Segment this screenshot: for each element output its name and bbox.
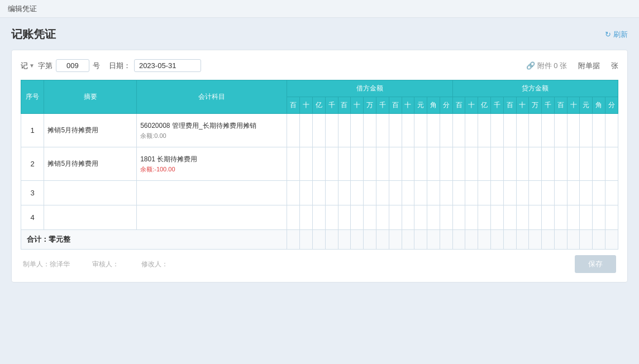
debit-cell-r1-c12[interactable] [440, 114, 452, 147]
credit-cell-r4-c3[interactable] [490, 205, 503, 230]
debit-cell-r3-c0[interactable] [287, 181, 300, 205]
credit-cell-r3-c7[interactable] [542, 181, 555, 205]
credit-cell-r1-c8[interactable] [554, 114, 567, 147]
credit-cell-r2-c10[interactable] [580, 147, 593, 181]
row-summary-1[interactable]: 摊销5月待摊费用 [44, 114, 137, 147]
debit-cell-r1-c1[interactable] [300, 114, 313, 147]
credit-cell-r2-c7[interactable] [542, 147, 555, 181]
credit-cell-r2-c5[interactable] [516, 147, 529, 181]
credit-cell-r1-c9[interactable] [567, 114, 580, 147]
debit-cell-r2-c6[interactable] [364, 147, 376, 181]
attach-doc-button[interactable]: 附单据 [578, 61, 600, 71]
credit-cell-r4-c4[interactable] [503, 205, 516, 230]
row-summary-4[interactable] [44, 205, 137, 230]
debit-cell-r4-c8[interactable] [389, 205, 402, 230]
debit-cell-r2-c8[interactable] [389, 147, 402, 181]
credit-cell-r2-c3[interactable] [490, 147, 503, 181]
debit-cell-r1-c7[interactable] [376, 114, 389, 147]
row-summary-2[interactable]: 摊销5月待摊费用 [44, 147, 137, 181]
credit-cell-r2-c6[interactable] [529, 147, 542, 181]
credit-cell-r1-c11[interactable] [593, 114, 605, 147]
credit-cell-r1-c6[interactable] [529, 114, 542, 147]
debit-cell-r3-c3[interactable] [325, 181, 338, 205]
debit-cell-r4-c0[interactable] [287, 205, 300, 230]
credit-cell-r4-c0[interactable] [452, 205, 465, 230]
debit-cell-r3-c9[interactable] [402, 181, 414, 205]
credit-cell-r4-c12[interactable] [605, 205, 618, 230]
credit-cell-r2-c9[interactable] [567, 147, 580, 181]
debit-cell-r1-c5[interactable] [351, 114, 364, 147]
credit-cell-r3-c3[interactable] [490, 181, 503, 205]
credit-cell-r4-c11[interactable] [593, 205, 605, 230]
credit-cell-r4-c10[interactable] [580, 205, 593, 230]
debit-cell-r4-c11[interactable] [427, 205, 440, 230]
debit-cell-r4-c4[interactable] [338, 205, 351, 230]
debit-cell-r4-c10[interactable] [414, 205, 427, 230]
credit-cell-r4-c1[interactable] [465, 205, 478, 230]
debit-cell-r2-c5[interactable] [351, 147, 364, 181]
refresh-button[interactable]: ↻ 刷新 [605, 30, 628, 40]
debit-cell-r2-c3[interactable] [325, 147, 338, 181]
debit-cell-r2-c2[interactable] [313, 147, 326, 181]
voucher-type-select[interactable]: 记 ▼ [21, 61, 35, 71]
credit-cell-r1-c1[interactable] [465, 114, 478, 147]
debit-cell-r2-c4[interactable] [338, 147, 351, 181]
debit-cell-r4-c6[interactable] [364, 205, 376, 230]
debit-cell-r1-c6[interactable] [364, 114, 376, 147]
voucher-number-input[interactable] [56, 59, 89, 72]
credit-cell-r2-c1[interactable] [465, 147, 478, 181]
debit-cell-r2-c12[interactable] [440, 147, 452, 181]
credit-cell-r3-c10[interactable] [580, 181, 593, 205]
credit-cell-r1-c3[interactable] [490, 114, 503, 147]
debit-cell-r2-c0[interactable] [287, 147, 300, 181]
credit-cell-r1-c7[interactable] [542, 114, 555, 147]
row-summary-3[interactable] [44, 181, 137, 205]
credit-cell-r1-c2[interactable] [478, 114, 491, 147]
debit-cell-r1-c3[interactable] [325, 114, 338, 147]
debit-cell-r4-c9[interactable] [402, 205, 414, 230]
debit-cell-r4-c5[interactable] [351, 205, 364, 230]
debit-cell-r3-c11[interactable] [427, 181, 440, 205]
credit-cell-r2-c8[interactable] [554, 147, 567, 181]
debit-cell-r2-c10[interactable] [414, 147, 427, 181]
row-account-3[interactable] [137, 181, 287, 205]
debit-cell-r1-c8[interactable] [389, 114, 402, 147]
attach-button[interactable]: 🔗 附件 0 张 [526, 61, 567, 71]
credit-cell-r1-c4[interactable] [503, 114, 516, 147]
credit-cell-r1-c5[interactable] [516, 114, 529, 147]
credit-cell-r3-c9[interactable] [567, 181, 580, 205]
credit-cell-r2-c11[interactable] [593, 147, 605, 181]
credit-cell-r2-c2[interactable] [478, 147, 491, 181]
credit-cell-r1-c12[interactable] [605, 114, 618, 147]
debit-cell-r1-c9[interactable] [402, 114, 414, 147]
credit-cell-r1-c0[interactable] [452, 114, 465, 147]
save-button[interactable]: 保存 [575, 255, 616, 273]
credit-cell-r4-c9[interactable] [567, 205, 580, 230]
row-account-4[interactable] [137, 205, 287, 230]
credit-cell-r4-c5[interactable] [516, 205, 529, 230]
credit-cell-r3-c1[interactable] [465, 181, 478, 205]
debit-cell-r4-c12[interactable] [440, 205, 452, 230]
debit-cell-r3-c4[interactable] [338, 181, 351, 205]
debit-cell-r4-c3[interactable] [325, 205, 338, 230]
debit-cell-r1-c4[interactable] [338, 114, 351, 147]
debit-cell-r4-c1[interactable] [300, 205, 313, 230]
credit-cell-r3-c0[interactable] [452, 181, 465, 205]
debit-cell-r1-c2[interactable] [313, 114, 326, 147]
credit-cell-r2-c0[interactable] [452, 147, 465, 181]
credit-cell-r3-c2[interactable] [478, 181, 491, 205]
debit-cell-r3-c7[interactable] [376, 181, 389, 205]
credit-cell-r3-c4[interactable] [503, 181, 516, 205]
debit-cell-r3-c12[interactable] [440, 181, 452, 205]
debit-cell-r3-c2[interactable] [313, 181, 326, 205]
credit-cell-r1-c10[interactable] [580, 114, 593, 147]
credit-cell-r3-c5[interactable] [516, 181, 529, 205]
debit-cell-r3-c8[interactable] [389, 181, 402, 205]
credit-cell-r2-c4[interactable] [503, 147, 516, 181]
debit-cell-r1-c0[interactable] [287, 114, 300, 147]
debit-cell-r3-c6[interactable] [364, 181, 376, 205]
credit-cell-r3-c12[interactable] [605, 181, 618, 205]
debit-cell-r3-c5[interactable] [351, 181, 364, 205]
credit-cell-r4-c7[interactable] [542, 205, 555, 230]
credit-cell-r4-c2[interactable] [478, 205, 491, 230]
